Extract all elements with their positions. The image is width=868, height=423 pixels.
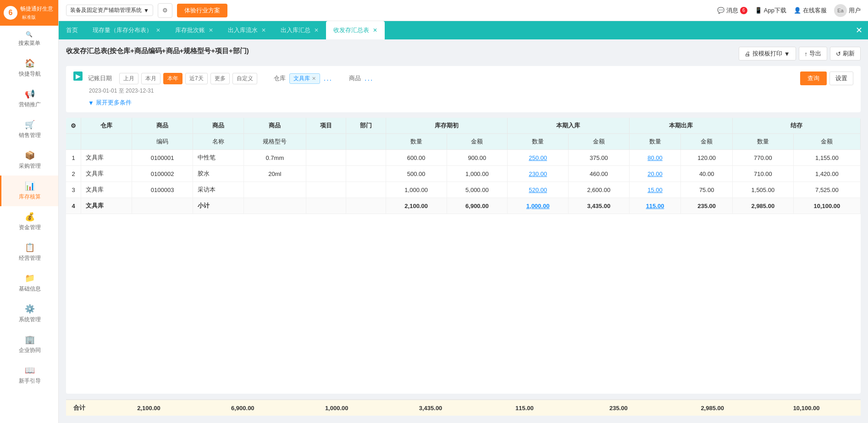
footer-open-qty: 2,100.00 <box>102 405 196 412</box>
row-out-qty[interactable]: 20.00 <box>629 166 681 182</box>
tab-home[interactable]: 首页 <box>59 21 85 39</box>
filter-row-1: 记账日期 上月 本月 本年 近7天 更多 自定义 仓库 文具库 <box>88 71 853 85</box>
tab-receive-summary-close[interactable]: ✕ <box>373 27 377 33</box>
row-name: 小计 <box>193 198 243 214</box>
sidebar-item-inventory[interactable]: 📊 库存核算 <box>0 176 58 206</box>
sidebar-item-base-info[interactable]: 📁 基础信息 <box>0 268 58 298</box>
sidebar-item-search[interactable]: 🔍 搜索菜单 <box>0 26 58 53</box>
export-button[interactable]: ↑ 导出 <box>799 47 828 60</box>
col-project-sub <box>306 134 346 150</box>
row-in-qty[interactable]: 1,000.00 <box>508 198 569 214</box>
message-button[interactable]: 💬 消息 6 <box>717 6 747 15</box>
clipboard-icon: 📋 <box>25 242 35 253</box>
row-open-amt: 900.00 <box>447 150 508 166</box>
online-service-label: 在线客服 <box>803 6 827 15</box>
print-button[interactable]: 🖨 按模板打印 ▼ <box>739 47 796 60</box>
settings-button[interactable]: ⚙ <box>158 3 172 18</box>
warehouse-more-btn[interactable]: ... <box>324 74 332 82</box>
header-left: 装备及固定资产辅助管理系统 ▼ ⚙ 体验行业方案 <box>66 3 227 18</box>
online-service-button[interactable]: 👤 在线客服 <box>794 6 827 15</box>
row-in-qty[interactable]: 250.00 <box>508 150 569 166</box>
row-in-qty[interactable]: 230.00 <box>508 166 569 182</box>
col-settings[interactable]: ⚙ <box>66 118 81 134</box>
query-button[interactable]: 查询 <box>800 71 827 85</box>
tab-bar: 首页 现存量（库存分布表） ✕ 库存批次账 ✕ 出入库流水 ✕ 出入库汇总 ✕ … <box>59 21 868 39</box>
filter-expand-arrow[interactable]: ▶ <box>73 71 83 81</box>
row-seq: 3 <box>66 182 81 198</box>
date-7days-btn[interactable]: 近7天 <box>185 73 208 84</box>
tab-inventory-dist[interactable]: 现存量（库存分布表） ✕ <box>85 21 168 39</box>
logo-icon: 6 <box>4 6 17 20</box>
export-icon: ↑ <box>805 50 808 57</box>
goods-more-btn[interactable]: ... <box>365 74 373 82</box>
book-icon: 📖 <box>25 365 35 375</box>
tab-inout-summary-close[interactable]: ✕ <box>314 27 319 33</box>
tab-batch-account-close[interactable]: ✕ <box>209 27 213 33</box>
trial-button[interactable]: 体验行业方案 <box>177 4 227 17</box>
date-this-year-btn[interactable]: 本年 <box>163 73 182 84</box>
sidebar-item-finance[interactable]: 💰 资金管理 <box>0 206 58 237</box>
col-spec-header: 商品 <box>244 118 306 134</box>
row-bal-amt: 1,155.00 <box>793 150 860 166</box>
tab-inout-flow-close[interactable]: ✕ <box>261 27 266 33</box>
cart-icon: 🛒 <box>25 120 35 130</box>
tab-batch-account[interactable]: 库存批次账 ✕ <box>168 21 221 39</box>
sidebar-label-search: 搜索菜单 <box>18 39 40 47</box>
user-menu[interactable]: Ea 用户 <box>834 4 861 17</box>
row-out-qty[interactable]: 115.00 <box>629 198 681 214</box>
tab-inout-summary[interactable]: 出入库汇总 ✕ <box>273 21 326 39</box>
folder-icon: 📁 <box>25 273 35 283</box>
date-prev-month-btn[interactable]: 上月 <box>119 73 138 84</box>
system-selector[interactable]: 装备及固定资产辅助管理系统 ▼ <box>66 5 153 16</box>
expand-more-filters-btn[interactable]: ▼ 展开更多条件 <box>88 99 853 107</box>
row-bal-amt: 7,525.00 <box>793 182 860 198</box>
row-spec: 20ml <box>244 166 306 182</box>
tab-receive-summary[interactable]: 收发存汇总表 ✕ <box>326 21 385 39</box>
col-open-qty-header: 数量 <box>386 134 447 150</box>
sidebar-item-purchase[interactable]: 📦 采购管理 <box>0 145 58 176</box>
row-dept <box>346 150 386 166</box>
app-download-label: App下载 <box>764 6 786 15</box>
row-open-amt: 1,000.00 <box>447 166 508 182</box>
row-in-amt: 3,435.00 <box>568 198 629 214</box>
warehouse-remove-icon[interactable]: ✕ <box>312 76 316 82</box>
sidebar-item-marketing[interactable]: 📢 营销推广 <box>0 83 58 114</box>
sidebar-item-guide[interactable]: 📖 新手引导 <box>0 360 58 390</box>
table-row: 2文具库0100002胶水20ml500.001,000.00230.00460… <box>66 166 861 182</box>
row-out-qty[interactable]: 15.00 <box>629 182 681 198</box>
tab-inout-flow[interactable]: 出入库流水 ✕ <box>221 21 273 39</box>
col-code-header: 商品 <box>132 118 193 134</box>
date-more-btn[interactable]: 更多 <box>210 73 230 84</box>
col-out-amt-header: 金额 <box>681 134 733 150</box>
selector-chevron-icon: ▼ <box>144 7 149 14</box>
tab-receive-summary-label: 收发存汇总表 <box>333 26 369 34</box>
row-seq: 2 <box>66 166 81 182</box>
date-this-month-btn[interactable]: 本月 <box>141 73 160 84</box>
sidebar-item-operations[interactable]: 📋 经营管理 <box>0 237 58 268</box>
sidebar-item-system[interactable]: ⚙️ 系统管理 <box>0 298 58 329</box>
footer-bal-amt: 10,100.00 <box>759 405 853 412</box>
header-right: 💬 消息 6 📱 App下载 👤 在线客服 Ea 用户 <box>717 4 861 17</box>
tab-bar-close-all[interactable]: ✕ <box>850 25 868 35</box>
filter-card: ▶ 记账日期 上月 本月 本年 近7天 更多 自定义 仓库 <box>66 66 861 112</box>
row-out-qty[interactable]: 80.00 <box>629 150 681 166</box>
sidebar-item-sales[interactable]: 🛒 销售管理 <box>0 114 58 145</box>
footer-out-qty: 115.00 <box>478 405 572 412</box>
date-range-text: 2023-01-01 至 2023-12-31 <box>89 88 154 94</box>
date-custom-btn[interactable]: 自定义 <box>232 73 257 84</box>
table-row: 3文具库0100003采访本1,000.005,000.00520.002,60… <box>66 182 861 198</box>
col-open-amt-header: 金额 <box>447 134 508 150</box>
message-label: 消息 <box>726 6 738 15</box>
app-download-button[interactable]: 📱 App下载 <box>755 6 786 15</box>
tab-inventory-dist-close[interactable]: ✕ <box>156 27 160 33</box>
row-warehouse: 文具库 <box>81 198 132 214</box>
sidebar-item-enterprise[interactable]: 🏢 企业协同 <box>0 329 58 360</box>
app-logo: 6 畅捷通好生意 标准版 <box>0 0 58 26</box>
column-settings-button[interactable]: 设置 <box>829 71 853 85</box>
row-in-qty[interactable]: 520.00 <box>508 182 569 198</box>
row-warehouse: 文具库 <box>81 166 132 182</box>
refresh-button[interactable]: ↺ 刷新 <box>830 47 861 60</box>
sidebar-item-quick-nav[interactable]: 🏠 快捷导航 <box>0 53 58 83</box>
page-content: 收发存汇总表(按仓库+商品编码+商品+规格型号+项目+部门) 🖨 按模板打印 ▼… <box>59 39 868 423</box>
sidebar-label-quick-nav: 快捷导航 <box>19 70 41 78</box>
